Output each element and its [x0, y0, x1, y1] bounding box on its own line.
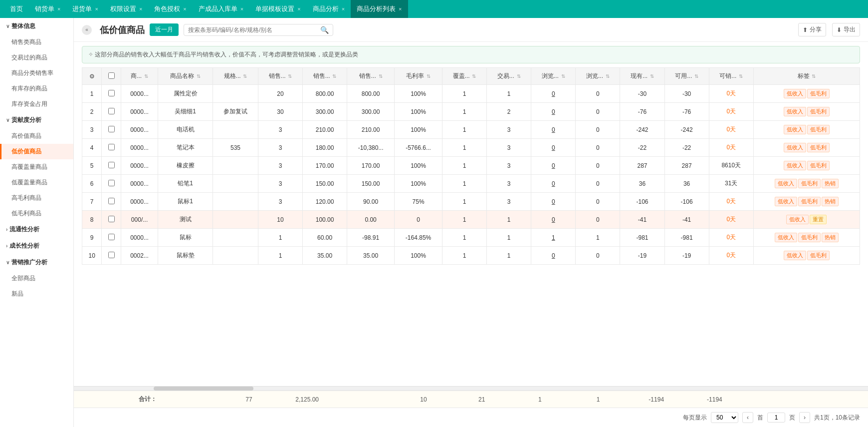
cell-view1[interactable]: 0	[531, 193, 576, 211]
cell-view1[interactable]: 0	[531, 157, 576, 175]
current-page-input[interactable]	[767, 413, 785, 423]
col-header-sale_qty[interactable]: 销售... ⇅	[258, 68, 302, 85]
scrollbar-thumb[interactable]	[154, 387, 253, 391]
cell-view1[interactable]: 0	[531, 211, 576, 229]
cell-view1[interactable]: 0	[531, 247, 576, 265]
view1-link[interactable]: 0	[552, 180, 555, 187]
nav-close-icon[interactable]: ×	[240, 6, 243, 12]
row-checkbox[interactable]	[108, 144, 115, 150]
sort-icon-trade[interactable]: ⇅	[515, 73, 521, 79]
row-checkbox[interactable]	[108, 108, 115, 114]
col-header-sale_price[interactable]: 销售... ⇅	[303, 68, 347, 85]
row-checkbox[interactable]	[108, 180, 115, 186]
gear-icon[interactable]: ⚙	[89, 73, 95, 80]
nav-item-商品分析列表[interactable]: 商品分析列表×	[351, 0, 408, 18]
sort-icon-avail[interactable]: ⇅	[693, 73, 698, 79]
col-header-name[interactable]: 商品名称 ⇅	[158, 68, 213, 85]
view1-link[interactable]: 0	[552, 126, 555, 133]
nav-close-icon[interactable]: ×	[57, 6, 60, 12]
col-header-view2[interactable]: 浏览... ⇅	[576, 68, 620, 85]
sidebar-group-0[interactable]: ∨ 整体信息	[0, 18, 73, 34]
sort-icon-stock[interactable]: ⇅	[649, 73, 654, 79]
cell-view1[interactable]: 0	[531, 121, 576, 139]
export-button[interactable]: ⬇ 导出	[832, 23, 860, 36]
view1-link[interactable]: 0	[552, 216, 555, 223]
col-header-spec[interactable]: 规格... ⇅	[213, 68, 258, 85]
row-checkbox[interactable]	[108, 252, 115, 258]
row-checkbox[interactable]	[108, 126, 115, 132]
nav-item-角色授权[interactable]: 角色授权×	[148, 0, 192, 18]
nav-item-权限设置[interactable]: 权限设置×	[104, 0, 148, 18]
nav-item-销货单[interactable]: 销货单×	[29, 0, 66, 18]
sidebar-item-2-g0[interactable]: 商品分类销售率	[0, 65, 73, 81]
cell-view1[interactable]: 0	[531, 103, 576, 121]
next-page-btn[interactable]: ›	[799, 412, 810, 423]
per-page-select[interactable]: 50 20 100	[711, 412, 738, 423]
sort-icon-name[interactable]: ⇅	[195, 73, 201, 79]
nav-close-icon[interactable]: ×	[399, 6, 402, 12]
sidebar-item-1-g4[interactable]: 新品	[0, 286, 73, 302]
col-header-code[interactable]: 商... ⇅	[121, 68, 158, 85]
sidebar-item-0-g0[interactable]: 销售类商品	[0, 34, 73, 50]
nav-item-商品分析[interactable]: 商品分析×	[307, 0, 351, 18]
sort-icon-margin[interactable]: ⇅	[425, 73, 431, 79]
sidebar-group-3[interactable]: › 成长性分析	[0, 238, 73, 254]
sort-icon-sale_price[interactable]: ⇅	[331, 73, 337, 79]
cell-check[interactable]	[102, 103, 121, 121]
sort-icon-saleable[interactable]: ⇅	[737, 73, 743, 79]
sidebar-item-3-g0[interactable]: 有库存的商品	[0, 81, 73, 96]
col-header-margin[interactable]: 毛利率 ⇅	[395, 68, 442, 85]
sort-icon-code[interactable]: ⇅	[143, 73, 148, 79]
nav-item-进货单[interactable]: 进货单×	[66, 0, 104, 18]
col-header-coverage[interactable]: 覆盖... ⇅	[442, 68, 487, 85]
sidebar-item-5-g1[interactable]: 低毛利商品	[0, 206, 73, 221]
cell-view1[interactable]: 0	[531, 175, 576, 193]
nav-close-icon[interactable]: ×	[139, 6, 142, 12]
col-header-tags[interactable]: 标签 ⇅	[753, 68, 860, 85]
view1-link[interactable]: 0	[552, 108, 555, 115]
nav-close-icon[interactable]: ×	[297, 6, 300, 12]
share-button[interactable]: ⬆ 分享	[798, 23, 826, 36]
col-header-avail[interactable]: 可用... ⇅	[664, 68, 709, 85]
sidebar-item-3-g1[interactable]: 低覆盖量商品	[0, 175, 73, 190]
search-icon[interactable]: 🔍	[320, 26, 329, 34]
sort-icon-coverage[interactable]: ⇅	[471, 73, 476, 79]
sidebar-collapse-btn[interactable]: «	[82, 25, 92, 35]
cell-view1[interactable]: 1	[531, 229, 576, 247]
view1-link[interactable]: 0	[552, 90, 555, 97]
sidebar-item-4-g0[interactable]: 库存资金占用	[0, 96, 73, 112]
row-checkbox[interactable]	[108, 90, 115, 96]
cell-check[interactable]	[102, 85, 121, 103]
sidebar-item-4-g1[interactable]: 高毛利商品	[0, 190, 73, 206]
col-header-stock[interactable]: 现有... ⇅	[620, 68, 664, 85]
cell-check[interactable]	[102, 157, 121, 175]
nav-item-产成品入库单[interactable]: 产成品入库单×	[193, 0, 249, 18]
sort-icon-sale_amount[interactable]: ⇅	[377, 73, 383, 79]
cell-check[interactable]	[102, 139, 121, 157]
cell-view1[interactable]: 0	[531, 85, 576, 103]
row-checkbox[interactable]	[108, 162, 115, 168]
view1-link[interactable]: 0	[552, 144, 555, 151]
sidebar-group-1[interactable]: ∨ 贡献度分析	[0, 112, 73, 128]
col-header-trade[interactable]: 交易... ⇅	[487, 68, 531, 85]
col-header-saleable[interactable]: 可销... ⇅	[709, 68, 753, 85]
sidebar-item-0-g1[interactable]: 高价值商品	[0, 128, 73, 144]
sidebar-item-1-g0[interactable]: 交易过的商品	[0, 50, 73, 65]
row-checkbox[interactable]	[108, 234, 115, 240]
cell-check[interactable]	[102, 193, 121, 211]
sidebar-group-2[interactable]: › 流通性分析	[0, 221, 73, 238]
sort-icon-sale_qty[interactable]: ⇅	[287, 73, 292, 79]
cell-check[interactable]	[102, 247, 121, 265]
nav-item-首页[interactable]: 首页	[4, 0, 29, 18]
sidebar-item-1-g1[interactable]: 低价值商品	[0, 144, 73, 159]
sort-icon-view2[interactable]: ⇅	[604, 73, 610, 79]
sort-icon-view1[interactable]: ⇅	[560, 73, 565, 79]
select-all-checkbox[interactable]	[108, 72, 115, 79]
cell-view1[interactable]: 0	[531, 139, 576, 157]
cell-check[interactable]	[102, 175, 121, 193]
tab-recent-month[interactable]: 近一月	[150, 23, 179, 36]
horizontal-scrollbar[interactable]	[74, 386, 868, 390]
row-checkbox[interactable]	[108, 198, 115, 204]
sort-icon-spec[interactable]: ⇅	[242, 73, 247, 79]
col-header-view1[interactable]: 浏览... ⇅	[531, 68, 576, 85]
